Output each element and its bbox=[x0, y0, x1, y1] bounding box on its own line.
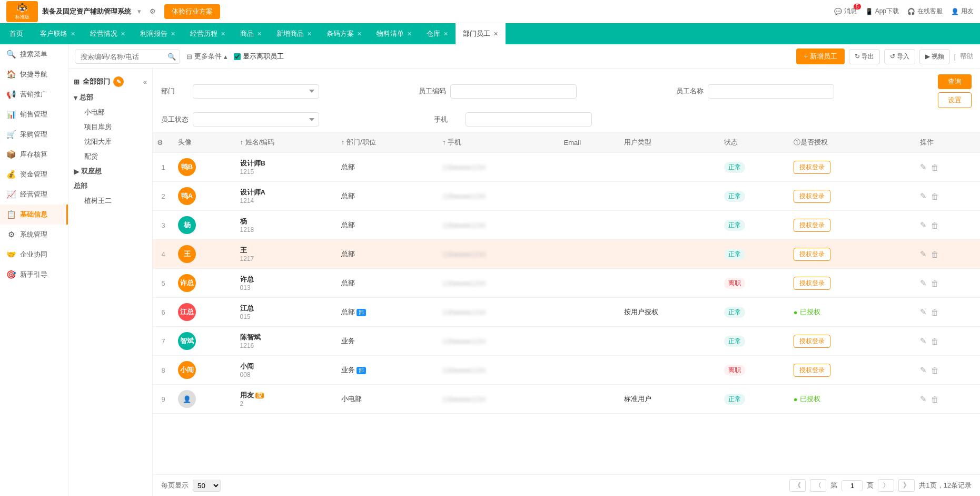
tab-bom[interactable]: 物料清单✕ bbox=[369, 23, 419, 44]
edit-icon[interactable]: ✎ bbox=[920, 307, 927, 317]
close-operation-tab[interactable]: ✕ bbox=[121, 31, 125, 37]
first-page-button[interactable]: 《 bbox=[789, 479, 806, 492]
tree-node-root[interactable]: ▾ 总部 bbox=[68, 90, 152, 105]
auth-button[interactable]: 授权登录 bbox=[794, 161, 830, 174]
delete-icon[interactable]: 🗑 bbox=[931, 163, 939, 172]
tree-collapse-icon[interactable]: « bbox=[143, 78, 147, 86]
per-page-select[interactable]: 50 100 bbox=[193, 480, 221, 492]
delete-icon[interactable]: 🗑 bbox=[931, 395, 939, 404]
tree-node-xiao[interactable]: 小电部 bbox=[68, 105, 152, 120]
next-page-button[interactable]: 〉 bbox=[878, 479, 894, 492]
tree-node-distribution[interactable]: 配货 bbox=[68, 149, 152, 164]
prev-page-button[interactable]: 〈 bbox=[810, 479, 826, 492]
close-bom-tab[interactable]: ✕ bbox=[407, 31, 412, 37]
delete-icon[interactable]: 🗑 bbox=[931, 250, 939, 259]
close-goods-tab[interactable]: ✕ bbox=[257, 31, 262, 37]
close-add-goods-tab[interactable]: ✕ bbox=[307, 31, 312, 37]
edit-icon[interactable]: ✎ bbox=[920, 162, 927, 172]
delete-icon[interactable]: 🗑 bbox=[931, 308, 939, 317]
tab-goods[interactable]: 商品✕ bbox=[233, 23, 269, 44]
set-button[interactable]: 设置 bbox=[938, 92, 972, 108]
edit-icon[interactable]: ✎ bbox=[920, 365, 927, 375]
tab-profit[interactable]: 利润报告✕ bbox=[133, 23, 183, 44]
dept-select[interactable] bbox=[193, 84, 319, 99]
export-button[interactable]: ↻ 导出 bbox=[849, 49, 880, 64]
system-dropdown-arrow[interactable]: ▾ bbox=[137, 7, 141, 15]
delete-icon[interactable]: 🗑 bbox=[931, 366, 939, 375]
emp-name-input[interactable] bbox=[708, 84, 834, 99]
sidebar-item-guide[interactable]: 🎯 新手引导 bbox=[0, 265, 68, 285]
sidebar-item-system[interactable]: ⚙ 系统管理 bbox=[0, 225, 68, 245]
auth-button[interactable]: 授权登录 bbox=[794, 190, 830, 203]
page-number-input[interactable] bbox=[842, 480, 863, 491]
edit-icon[interactable]: ✎ bbox=[920, 249, 927, 259]
close-warehouse-tab[interactable]: ✕ bbox=[443, 31, 448, 37]
phone-input[interactable] bbox=[466, 112, 592, 127]
auth-button[interactable]: 授权登录 bbox=[794, 277, 830, 290]
auth-button[interactable]: 授权登录 bbox=[794, 248, 830, 261]
sidebar-item-purchase[interactable]: 🛒 采购管理 bbox=[0, 124, 68, 144]
filter-more-button[interactable]: ⊟ 更多条件 ▴ bbox=[186, 52, 227, 61]
sidebar-item-search[interactable]: 🔍 搜索菜单 bbox=[0, 44, 68, 64]
auth-button[interactable]: 授权登录 bbox=[794, 364, 830, 377]
tab-operation[interactable]: 经营情况✕ bbox=[83, 23, 133, 44]
tab-department[interactable]: 部门员工✕ bbox=[456, 23, 506, 44]
emp-status-select[interactable] bbox=[193, 112, 319, 127]
sidebar-item-management[interactable]: 📈 经营管理 bbox=[0, 184, 68, 205]
auth-button[interactable]: 授权登录 bbox=[794, 335, 830, 348]
sidebar-item-basic[interactable]: 📋 基础信息 bbox=[0, 205, 68, 225]
tab-journey[interactable]: 经营历程✕ bbox=[183, 23, 233, 44]
sidebar-item-collab[interactable]: 🤝 企业协同 bbox=[0, 245, 68, 265]
tree-node-zongbu[interactable]: 总部 bbox=[68, 179, 152, 193]
help-btn[interactable]: | bbox=[954, 53, 956, 61]
auth-button[interactable]: 授权登录 bbox=[794, 219, 830, 232]
tab-customer[interactable]: 客户联络✕ bbox=[33, 23, 83, 44]
tree-node-shuangzuo[interactable]: ▶ 双座想 bbox=[68, 164, 152, 179]
search-button[interactable]: 查询 bbox=[938, 74, 972, 89]
close-barcode-tab[interactable]: ✕ bbox=[357, 31, 362, 37]
tree-node-zhishu[interactable]: 植树王二 bbox=[68, 193, 152, 208]
add-employee-button[interactable]: + 新增员工 bbox=[796, 48, 844, 64]
settings-icon[interactable]: ⚙ bbox=[157, 139, 163, 147]
show-resigned-checkbox[interactable]: 显示离职员工 bbox=[234, 52, 284, 61]
user-menu[interactable]: 👤 用友 bbox=[951, 7, 974, 16]
search-input[interactable] bbox=[75, 50, 180, 64]
tree-node-project[interactable]: 项目库房 bbox=[68, 120, 152, 134]
delete-icon[interactable]: 🗑 bbox=[931, 279, 939, 288]
tree-edit-icon[interactable]: ✎ bbox=[113, 76, 124, 87]
close-department-tab[interactable]: ✕ bbox=[493, 31, 498, 37]
delete-icon[interactable]: 🗑 bbox=[931, 192, 939, 201]
sidebar-item-marketing[interactable]: 📢 营销推广 bbox=[0, 84, 68, 104]
total-label: 共1页，12条记录 bbox=[919, 481, 972, 490]
message-button[interactable]: 💬 消息 5 bbox=[834, 7, 857, 16]
edit-icon[interactable]: ✎ bbox=[920, 191, 927, 201]
trial-button[interactable]: 体验行业方案 bbox=[164, 4, 220, 19]
import-button[interactable]: ↺ 导入 bbox=[884, 49, 915, 64]
delete-icon[interactable]: 🗑 bbox=[931, 221, 939, 230]
delete-icon[interactable]: 🗑 bbox=[931, 337, 939, 346]
tree-node-shenyang[interactable]: 沈阳大库 bbox=[68, 134, 152, 149]
service-button[interactable]: 🎧 在线客服 bbox=[907, 7, 943, 16]
close-profit-tab[interactable]: ✕ bbox=[171, 31, 175, 37]
tab-add-goods[interactable]: 新增商品✕ bbox=[269, 23, 319, 44]
sidebar-item-finance[interactable]: 💰 资金管理 bbox=[0, 164, 68, 184]
help-label[interactable]: 帮助 bbox=[960, 52, 974, 61]
emp-code-input[interactable] bbox=[450, 84, 577, 99]
sidebar-item-sales[interactable]: 📊 销售管理 bbox=[0, 104, 68, 124]
sidebar-item-inventory[interactable]: 📦 库存核算 bbox=[0, 144, 68, 164]
tab-warehouse[interactable]: 仓库✕ bbox=[419, 23, 456, 44]
sidebar-item-nav[interactable]: 🏠 快捷导航 bbox=[0, 64, 68, 84]
last-page-button[interactable]: 》 bbox=[898, 479, 915, 492]
tab-home[interactable]: 首页 bbox=[0, 23, 33, 44]
close-customer-tab[interactable]: ✕ bbox=[71, 31, 75, 37]
edit-icon[interactable]: ✎ bbox=[920, 336, 927, 346]
edit-icon[interactable]: ✎ bbox=[920, 278, 927, 288]
edit-icon[interactable]: ✎ bbox=[920, 220, 927, 230]
video-button[interactable]: ▶ 视频 bbox=[919, 49, 950, 64]
close-journey-tab[interactable]: ✕ bbox=[221, 31, 225, 37]
edit-icon[interactable]: ✎ bbox=[920, 394, 927, 404]
gear-icon[interactable]: ⚙ bbox=[145, 4, 160, 19]
tab-barcode[interactable]: 条码方案✕ bbox=[319, 23, 369, 44]
app-download-button[interactable]: 📱 App下载 bbox=[865, 7, 899, 16]
search-submit-icon[interactable]: 🔍 bbox=[167, 53, 176, 61]
